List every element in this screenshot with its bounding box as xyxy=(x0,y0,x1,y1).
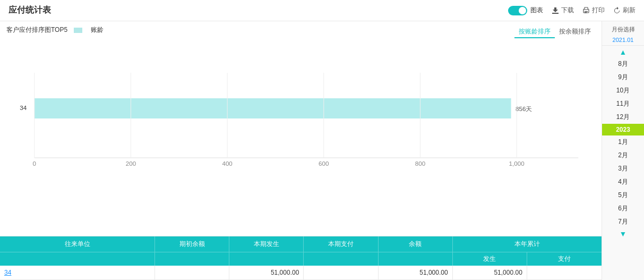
print-icon xyxy=(582,7,590,14)
td-occur: 51,000.00 xyxy=(229,266,304,279)
sort-tabs: 按账龄排序 按余额排序 xyxy=(514,26,595,38)
chart-toggle[interactable] xyxy=(508,6,527,15)
sidebar-month-8[interactable]: 8月 xyxy=(602,57,644,71)
sidebar-month-10[interactable]: 10月 xyxy=(602,84,644,97)
th-occur: 本期发生 xyxy=(229,236,304,252)
chart-legend: 客户应付排序图TOP5 账龄 xyxy=(6,26,104,35)
svg-text:1,000: 1,000 xyxy=(509,160,525,167)
th-unit: 往来单位 xyxy=(0,236,155,252)
sidebar-arrow-down[interactable]: ▼ xyxy=(618,228,629,239)
th-ytd-group: 本年累计 xyxy=(453,236,602,252)
sidebar-month-4[interactable]: 4月 xyxy=(602,175,644,189)
sidebar-month-3[interactable]: 3月 xyxy=(602,162,644,175)
sidebar-month-5[interactable]: 5月 xyxy=(602,189,644,202)
print-button[interactable]: 打印 xyxy=(582,6,605,15)
chart-toggle-wrap[interactable]: 图表 xyxy=(508,6,543,15)
download-button[interactable]: 下载 xyxy=(552,6,574,15)
th-ytd-occur: 发生 xyxy=(453,252,527,266)
td-pay xyxy=(304,266,378,279)
svg-text:856天: 856天 xyxy=(516,106,532,112)
svg-rect-6 xyxy=(35,98,511,118)
page-title: 应付统计表 xyxy=(8,5,51,16)
download-icon xyxy=(552,7,559,14)
td-ytd-occur: 51,000.00 xyxy=(453,266,527,279)
table-section: 往来单位 期初余额 本期发生 本期支付 余额 本年累计 发生 支付 xyxy=(0,236,602,280)
sidebar-arrow-up[interactable]: ▲ xyxy=(618,47,629,57)
svg-rect-4 xyxy=(585,12,587,13)
table-row: 34 51,000.00 51,000.00 51,000.00 xyxy=(0,266,602,280)
sidebar-month-7[interactable]: 7月 xyxy=(602,215,644,228)
header: 应付统计表 图表 下载 打印 刷新 xyxy=(0,0,644,21)
svg-text:600: 600 xyxy=(319,160,329,167)
td-ytd-pay xyxy=(527,266,602,279)
table-header-row2: 发生 支付 xyxy=(0,252,602,266)
sidebar-month-2[interactable]: 2月 xyxy=(602,149,644,162)
sidebar-month-1[interactable]: 1月 xyxy=(602,135,644,149)
sidebar-title: 月份选择 xyxy=(611,23,636,36)
th-ytd-pay: 支付 xyxy=(527,252,602,266)
sort-by-age-tab[interactable]: 按账龄排序 xyxy=(514,26,555,38)
refresh-icon xyxy=(613,7,621,14)
td-unit: 34 xyxy=(0,266,155,279)
refresh-button[interactable]: 刷新 xyxy=(613,6,636,15)
main-content: 客户应付排序图TOP5 账龄 按账龄排序 按余额排序 34 xyxy=(0,21,644,280)
sidebar-month-11[interactable]: 11月 xyxy=(602,97,644,111)
svg-text:0: 0 xyxy=(33,160,36,167)
legend-color-label: 账龄 xyxy=(91,26,104,35)
unit-link[interactable]: 34 xyxy=(4,269,11,276)
chart-svg-wrap: 34 856天 0 200 400 600 800 1,000 xyxy=(6,41,595,190)
sidebar-month-9[interactable]: 9月 xyxy=(602,71,644,84)
chart-section: 客户应付排序图TOP5 账龄 按账龄排序 按余额排序 34 xyxy=(0,21,602,236)
sidebar-current-date[interactable]: 2021.01 xyxy=(612,36,635,44)
svg-rect-3 xyxy=(585,11,588,12)
svg-text:400: 400 xyxy=(222,160,232,167)
td-opening xyxy=(155,266,229,279)
header-actions: 图表 下载 打印 刷新 xyxy=(508,6,636,15)
sort-by-balance-tab[interactable]: 按余额排序 xyxy=(555,26,595,38)
legend-color-box xyxy=(74,28,82,33)
th-pay: 本期支付 xyxy=(304,236,378,252)
svg-text:34: 34 xyxy=(20,105,27,111)
left-panel: 客户应付排序图TOP5 账龄 按账龄排序 按余额排序 34 xyxy=(0,21,602,280)
th-opening: 期初余额 xyxy=(155,236,229,252)
right-sidebar: 月份选择 2021.01 ▲ 8月 9月 10月 11月 12月 2023 1月… xyxy=(602,21,644,280)
bar-chart: 34 856天 0 200 400 600 800 1,000 xyxy=(6,41,595,184)
legend-title: 客户应付排序图TOP5 xyxy=(6,26,67,35)
th-balance: 余额 xyxy=(379,236,453,252)
chart-header-row: 客户应付排序图TOP5 账龄 按账龄排序 按余额排序 xyxy=(6,26,595,39)
sidebar-divider xyxy=(602,45,644,46)
td-balance: 51,000.00 xyxy=(379,266,453,279)
svg-text:800: 800 xyxy=(415,160,425,167)
svg-rect-0 xyxy=(552,13,559,14)
table-header-row1: 往来单位 期初余额 本期发生 本期支付 余额 本年累计 xyxy=(0,236,602,252)
app-container: 应付统计表 图表 下载 打印 刷新 xyxy=(0,0,644,280)
sidebar-month-12[interactable]: 12月 xyxy=(602,111,644,124)
chart-toggle-label: 图表 xyxy=(530,6,543,15)
sidebar-month-6[interactable]: 6月 xyxy=(602,202,644,215)
svg-text:200: 200 xyxy=(126,160,136,167)
svg-rect-2 xyxy=(585,7,588,10)
sidebar-year-badge[interactable]: 2023 xyxy=(602,124,644,135)
